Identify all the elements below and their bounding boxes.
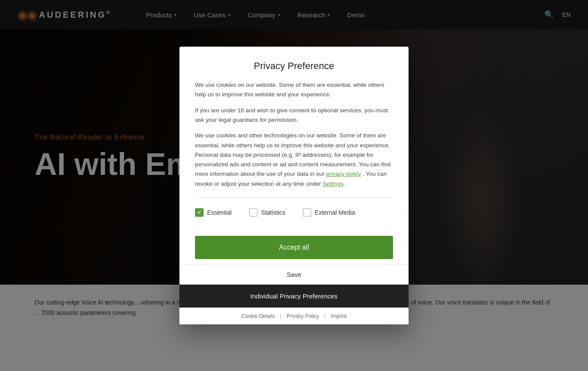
- modal-footer: Accept all Save Individual Privacy Prefe…: [179, 229, 409, 324]
- modal-body: Privacy Preference We use cookies on our…: [179, 47, 409, 229]
- modal-para3: We use cookies and other technologies on…: [195, 131, 393, 189]
- privacy-modal: Privacy Preference We use cookies on our…: [179, 47, 409, 324]
- statistics-checkbox[interactable]: [249, 208, 258, 217]
- privacy-policy-footer-link[interactable]: Privacy Policy: [287, 313, 319, 319]
- essential-checkbox[interactable]: [195, 208, 204, 217]
- modal-para2: If you are under 16 and wish to give con…: [195, 106, 393, 125]
- external-media-label: External Media: [315, 209, 355, 216]
- modal-para1: We use cookies on our website. Some of t…: [195, 80, 393, 100]
- imprint-link[interactable]: Imprint: [331, 313, 347, 319]
- modal-overlay: Privacy Preference We use cookies on our…: [0, 0, 588, 371]
- external-media-checkbox-item[interactable]: External Media: [303, 208, 355, 217]
- checkboxes-row: Essential Statistics External Media: [195, 206, 393, 219]
- modal-footer-links: Cookie Details | Privacy Policy | Imprin…: [179, 308, 409, 324]
- modal-title: Privacy Preference: [195, 60, 393, 72]
- individual-preferences-button[interactable]: Individual Privacy Preferences: [179, 285, 409, 308]
- statistics-label: Statistics: [261, 209, 285, 216]
- statistics-checkbox-item[interactable]: Statistics: [249, 208, 285, 217]
- external-media-checkbox[interactable]: [303, 208, 311, 217]
- essential-label: Essential: [207, 209, 232, 216]
- accept-all-button[interactable]: Accept all: [195, 236, 393, 259]
- save-button[interactable]: Save: [179, 264, 409, 285]
- settings-link[interactable]: Settings: [323, 181, 344, 187]
- privacy-policy-link[interactable]: privacy policy: [326, 171, 361, 177]
- essential-checkbox-item[interactable]: Essential: [195, 208, 232, 217]
- modal-divider: [195, 197, 393, 198]
- cookie-details-link[interactable]: Cookie Details: [242, 313, 275, 319]
